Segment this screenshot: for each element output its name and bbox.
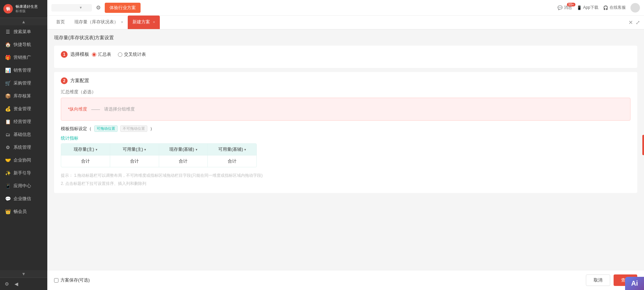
messages-item[interactable]: 💬 消息 99+ xyxy=(558,5,572,10)
topbar-search-box[interactable]: ▼ xyxy=(51,4,92,11)
chart-icon: 📊 xyxy=(5,67,11,73)
tips-title: 提示： 1.拖动标题栏可以调整布局，不可跨维度或指标区域拖动栏目字段(只能在同一… xyxy=(61,171,630,179)
sound-icon[interactable]: ◀ xyxy=(15,281,18,287)
sidebar-item-marketing[interactable]: 🎁 营销推广 xyxy=(0,51,47,64)
tab-new-plan-close[interactable]: × xyxy=(153,20,155,24)
sidebar-item-purchase[interactable]: 🛒 采购管理 xyxy=(0,77,47,90)
sidebar-item-app-center[interactable]: 📱 应用中心 xyxy=(0,179,47,192)
radio-cross-label: 交叉统计表 xyxy=(124,51,146,57)
sidebar-item-inventory[interactable]: 📦 库存核算 xyxy=(0,90,47,102)
topbar: ▼ ⚙ 体验行业方案 💬 消息 99+ 📱 App下载 🎧 在线客服 xyxy=(47,0,644,16)
col-header-2[interactable]: 现存量(基辅) ▾ xyxy=(159,144,208,155)
search-dropdown-icon[interactable]: ▼ xyxy=(79,6,82,9)
ai-badge[interactable]: Ai xyxy=(625,277,644,290)
section1-num: 1 xyxy=(61,51,68,58)
col-label-1: 可用量(主) xyxy=(123,146,143,152)
user-avatar[interactable] xyxy=(630,3,640,13)
tabs-bar: 首页 现存量（库存状况表） × 新建方案 × ✕ ⤢ xyxy=(47,16,644,29)
dimension-area[interactable]: *纵向维度 —— 请选择分组维度 xyxy=(61,98,630,121)
col-arrow-0[interactable]: ▾ xyxy=(96,148,97,151)
radio-cross-input[interactable] xyxy=(118,52,122,57)
home-icon: 🏠 xyxy=(5,42,11,48)
online-service-label: 在线客服 xyxy=(610,5,626,10)
sidebar-item-system[interactable]: ⚙ 系统管理 xyxy=(0,141,47,154)
tab-home-label: 首页 xyxy=(56,19,65,25)
sidebar-item-wechat[interactable]: 💬 企业微信 xyxy=(0,192,47,205)
tab-new-plan[interactable]: 新建方案 × xyxy=(128,16,159,29)
radio-summary-label: 汇总表 xyxy=(98,51,111,57)
non-draggable-badge: 不可拖动位置 xyxy=(120,125,147,132)
topbar-gear-icon[interactable]: ⚙ xyxy=(95,4,102,11)
headset-icon: 🎧 xyxy=(603,5,608,10)
tab-inventory-close[interactable]: × xyxy=(121,20,123,24)
cell-0-3: 合计 xyxy=(208,155,256,167)
resize-handle[interactable] xyxy=(642,135,644,155)
dimension-required-label: 汇总维度（必选） xyxy=(61,89,630,95)
tab-home[interactable]: 首页 xyxy=(51,16,70,29)
col-label-0: 现存量(主) xyxy=(74,146,94,152)
cancel-button[interactable]: 取消 xyxy=(586,274,610,286)
sidebar-scroll-down[interactable]: ▼ xyxy=(0,270,47,277)
sidebar-item-finance[interactable]: 💰 资金管理 xyxy=(0,102,47,115)
radio-summary-input[interactable] xyxy=(92,52,96,57)
sidebar-item-label: 快捷导航 xyxy=(14,42,31,48)
sidebar-item-search-menu[interactable]: ☰ 搜索菜单 xyxy=(0,25,47,38)
section2-header: 2 方案配置 xyxy=(61,77,630,84)
logo-icon: 畅 xyxy=(3,4,13,14)
folder-icon: 🗂 xyxy=(5,131,11,138)
save-checkbox-input[interactable] xyxy=(54,278,58,283)
sidebar-item-new-guide[interactable]: ✨ 新手引导 xyxy=(0,167,47,179)
sidebar-item-member[interactable]: 👑 畅会员 xyxy=(0,205,47,218)
save-checkbox-label[interactable]: 方案保存(可选) xyxy=(54,277,90,283)
sidebar-item-sales[interactable]: 📊 销售管理 xyxy=(0,64,47,77)
topbar-right: 💬 消息 99+ 📱 App下载 🎧 在线客服 xyxy=(558,3,640,13)
logo-text: 畅康通好生意 标准版 xyxy=(16,4,38,14)
sidebar-scroll-up[interactable]: ▲ xyxy=(0,18,47,25)
col-arrow-1[interactable]: ▾ xyxy=(144,148,146,151)
col-header-1[interactable]: 可用量(主) ▾ xyxy=(110,144,159,155)
col-arrow-2[interactable]: ▾ xyxy=(196,148,197,151)
phone-icon: 📱 xyxy=(5,183,11,189)
tab-inventory-status[interactable]: 现存量（库存状况表） × xyxy=(70,16,128,29)
window-expand-btn[interactable]: ⤢ xyxy=(636,19,640,26)
sidebar-item-label: 企业微信 xyxy=(14,196,31,202)
trial-btn[interactable]: 体验行业方案 xyxy=(105,3,141,13)
sidebar-item-label: 基础信息 xyxy=(14,131,31,138)
sidebar-item-operation[interactable]: 📋 经营管理 xyxy=(0,115,47,128)
sidebar-item-cooperation[interactable]: 🤝 企业协同 xyxy=(0,154,47,167)
online-service-item[interactable]: 🎧 在线客服 xyxy=(603,5,626,10)
app-download-item[interactable]: 📱 App下载 xyxy=(577,5,598,10)
footer-bar: 方案保存(可选) 取消 查询 xyxy=(47,270,644,290)
box-icon: 📦 xyxy=(5,93,11,99)
radio-cross[interactable]: 交叉统计表 xyxy=(118,51,146,57)
sidebar-item-label: 销售管理 xyxy=(14,67,31,73)
indicators-prefix: 模板指标设定（ xyxy=(61,126,92,132)
sidebar-item-label: 采购管理 xyxy=(14,80,31,86)
cell-0-0: 合计 xyxy=(61,155,110,167)
col-label-2: 现存量(基辅) xyxy=(169,146,194,152)
col-arrow-3[interactable]: ▾ xyxy=(244,148,246,151)
content-area: 现存量(库存状况表)方案设置 1 选择模板 汇总表 交叉统计表 xyxy=(47,29,644,270)
settings-icon[interactable]: ⚙ xyxy=(5,281,9,287)
page-title: 现存量(库存状况表)方案设置 xyxy=(54,35,637,41)
tabs-bar-right: ✕ ⤢ xyxy=(628,19,640,26)
radio-summary[interactable]: 汇总表 xyxy=(92,51,111,57)
message-icon: 💬 xyxy=(558,5,563,10)
sidebar-item-basic-info[interactable]: 🗂 基础信息 xyxy=(0,128,47,141)
template-radio-group: 汇总表 交叉统计表 xyxy=(92,51,146,57)
draggable-badge: 可拖动位置 xyxy=(94,125,118,132)
window-close-btn[interactable]: ✕ xyxy=(628,19,633,26)
money-icon: 💰 xyxy=(5,106,11,112)
sidebar-item-label: 营销推广 xyxy=(14,54,31,61)
sidebar-item-quick-nav[interactable]: 🏠 快捷导航 xyxy=(0,38,47,51)
search-input[interactable] xyxy=(54,5,78,10)
handshake-icon: 🤝 xyxy=(5,157,11,163)
col-header-3[interactable]: 可用量(基辅) ▾ xyxy=(208,144,256,155)
tab-new-plan-label: 新建方案 xyxy=(132,19,150,25)
section-plan-config: 2 方案配置 汇总维度（必选） *纵向维度 —— 请选择分组维度 模板指标设定（… xyxy=(54,72,637,193)
sidebar: 畅 畅康通好生意 标准版 ▲ ☰ 搜索菜单 🏠 快捷导航 🎁 营销推广 📊 销售… xyxy=(0,0,47,290)
gift-icon: 🎁 xyxy=(5,54,11,61)
search-menu-icon: ☰ xyxy=(5,29,11,35)
col-header-0[interactable]: 现存量(主) ▾ xyxy=(61,144,110,155)
cart-icon: 🛒 xyxy=(5,80,11,86)
